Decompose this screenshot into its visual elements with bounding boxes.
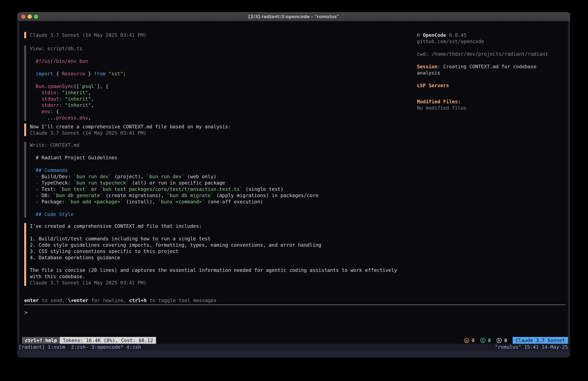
text-span: . <box>44 84 47 89</box>
text-span: ([ <box>74 84 79 89</box>
app-name: OpenCode <box>423 32 446 38</box>
terminal-line: I've created a comprehensive CONTEXT.md … <box>30 223 411 229</box>
diagnostic-h-counter: h0 <box>497 337 507 344</box>
text-span: Claude 3.7 Sonnet (14 May 2025 03:41 PM) <box>30 32 146 38</box>
text-span <box>62 96 65 102</box>
window-controls <box>21 12 38 21</box>
text-span: 3. CSS styling conventions specific to t… <box>30 248 178 254</box>
text-span: , <box>91 96 94 102</box>
text-span: `bun run dev` <box>147 174 185 179</box>
diagnostic-count: 0 <box>488 337 491 344</box>
text-span: `bun test` <box>59 186 88 192</box>
text-span: TypeCheck: <box>39 180 74 186</box>
modified-files-empty: No modified files <box>417 105 559 111</box>
text-span: Package: <box>39 199 68 204</box>
text-span: - <box>30 180 39 186</box>
text-span: 1. Build/lint/test commands including ho… <box>30 236 210 242</box>
i-circle-icon: i <box>480 338 485 343</box>
terminal-line: Claude 3.7 Sonnet (14 May 2025 03:41 PM) <box>30 130 411 136</box>
text-span: (apply migrations) in packages/core <box>213 193 318 198</box>
text-span: or <box>88 186 100 192</box>
text-span: with this codebase. <box>30 274 85 279</box>
diagnostic-w-counter: w0 <box>464 337 475 344</box>
text-span: \+enter <box>68 297 88 303</box>
text-span: ; <box>123 71 126 77</box>
prompt-symbol: > <box>24 310 27 315</box>
terminal-line <box>30 77 411 83</box>
tokens-cost-badge: Tokens: 16.4K (8%), Cost: $0.12 <box>60 337 156 344</box>
close-button[interactable] <box>21 15 25 19</box>
text-span: } <box>85 71 94 77</box>
text-span: - <box>30 174 39 179</box>
text-span: { <box>53 109 59 114</box>
copyright-icon: © <box>417 32 420 38</box>
w-circle-icon: w <box>464 338 469 343</box>
assistant-message: Now I'll create a comprehensive CONTEXT.… <box>24 124 411 136</box>
model-badge[interactable]: Claude 3.7 Sonnet <box>513 337 568 344</box>
text-span: ], { <box>97 84 108 89</box>
text-span: `bun add <package>` <box>68 199 123 204</box>
text-span: - <box>30 186 39 192</box>
sidebar: © OpenCode 0.0.45 github.com/sst/opencod… <box>417 32 559 111</box>
text-span: env <box>79 115 88 121</box>
cwd-line: cwd: /home/thdxr/dev/projects/radiant/ra… <box>417 51 559 57</box>
text-span: "inherit" <box>65 102 91 108</box>
text-span: stdout <box>30 96 59 102</box>
text-span <box>62 102 65 108</box>
terminal-window: [2/3] radiant:3:opencode - "romulus" Cla… <box>17 12 570 358</box>
text-span: for newline, <box>88 297 129 303</box>
text-span: spawnSync <box>47 84 74 89</box>
text-span: Write: CONTEXT.md <box>30 142 79 148</box>
text-span: env <box>30 109 50 114</box>
modified-files-heading: Modified Files: <box>417 98 559 105</box>
text-span: The file is concise (20 lines) and captu… <box>30 267 397 273</box>
window-bottom-padding <box>17 350 570 358</box>
terminal-line <box>30 261 411 267</box>
status-bar: ctrl+? help Tokens: 16.4K (8%), Cost: $0… <box>19 337 568 344</box>
terminal-line: 1. Build/lint/test commands including ho… <box>30 236 411 242</box>
help-shortcut-badge[interactable]: ctrl+? help <box>22 337 60 344</box>
tmux-status-bar: [radiant] 1:nvim 2:zsh- 3:opencode* 4:zs… <box>17 344 570 350</box>
repo-link[interactable]: github.com/sst/opencode <box>417 38 559 45</box>
text-span: (project), <box>111 174 147 179</box>
text-span: - <box>30 193 39 198</box>
diagnostics-counters: w0i0h0 <box>464 337 507 344</box>
conversation: Claude 3.7 Sonnet (14 May 2025 03:41 PM)… <box>19 21 411 286</box>
window-titlebar[interactable]: [2/3] radiant:3:opencode - "romulus" <box>17 12 570 21</box>
text-span: stderr <box>30 102 59 108</box>
text-span: from <box>94 71 105 77</box>
tmux-window-list[interactable]: [radiant] 1:nvim 2:zsh- 3:opencode* 4:zs… <box>19 344 141 350</box>
text-span: `bun run dev` <box>74 174 111 179</box>
text-span: ctrl+h <box>129 297 147 303</box>
terminal-line: - DB: `bun db generate` (create migratio… <box>30 192 411 199</box>
zoom-button[interactable] <box>34 15 38 19</box>
terminal-line: ## Code Style <box>30 211 411 218</box>
diagnostic-count: 0 <box>472 337 475 344</box>
input-help-text: enter to send, \+enter for newline, ctrl… <box>24 297 568 304</box>
text-span: `bunx <command>` <box>158 199 205 204</box>
text-span: to send, <box>39 297 68 303</box>
text-span: View: script/db.ts <box>30 46 82 51</box>
text-span: Now I'll create a comprehensive CONTEXT.… <box>30 124 231 130</box>
text-span: import <box>30 71 53 77</box>
text-span: ... <box>30 115 56 121</box>
app-title-row: © OpenCode 0.0.45 <box>417 32 559 38</box>
terminal-line: Bun.spawnSync([`psql`], { <box>30 83 411 90</box>
terminal-line: The file is concise (20 lines) and captu… <box>30 267 411 273</box>
text-span: DB: <box>39 193 53 198</box>
minimize-button[interactable] <box>28 15 32 19</box>
terminal-line: import { Resource } from "sst"; <box>30 70 411 77</box>
text-span: stdin <box>30 90 56 95</box>
terminal-line: 4. Database operations guidance <box>30 254 411 261</box>
terminal-line: 3. CSS styling conventions specific to t… <box>30 248 411 254</box>
text-span: ## Commands <box>30 167 68 173</box>
app-version: 0.0.45 <box>449 32 466 38</box>
terminal-line: Claude 3.7 Sonnet (14 May 2025 03:41 PM) <box>30 32 411 38</box>
text-span <box>106 71 109 77</box>
text-span: "sst" <box>109 71 123 77</box>
session-separator: : <box>437 64 440 69</box>
terminal-line: 2. Code style guidelines covering import… <box>30 242 411 248</box>
terminal-line <box>30 161 411 167</box>
terminal-line: - Package: `bun add <package>` (install)… <box>30 199 411 205</box>
assistant-message: I've created a comprehensive CONTEXT.md … <box>24 223 411 286</box>
